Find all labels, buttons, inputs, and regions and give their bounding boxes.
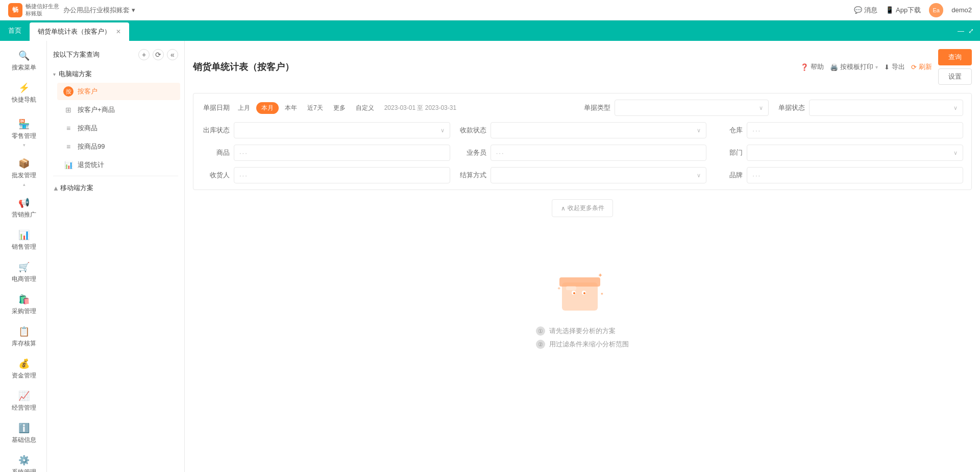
message-icon: 💬 <box>854 6 862 14</box>
settlement-control[interactable]: ∨ <box>491 167 707 183</box>
tab-home[interactable]: 首页 <box>0 20 30 41</box>
retail-label: 零售管理 <box>12 132 36 140</box>
sidebar-item-ops[interactable]: 📈 经营管理 <box>0 385 46 417</box>
sidebar-item-finance[interactable]: 💰 资金管理 <box>0 353 46 385</box>
filter-row-3: 商品 ··· 业务员 ··· 部门 <box>202 145 963 161</box>
sidebar: 🔍 搜索菜单 ⚡ 快捷导航 🏪 零售管理 ▾ 📦 批发管理 ▴ 📢 营销推广 <box>0 41 47 472</box>
settings-btn[interactable]: 设置 <box>938 68 972 85</box>
wholesale-icon: 📦 <box>18 158 30 169</box>
by-customer-goods-icon: ⊞ <box>63 105 74 115</box>
print-btn[interactable]: 🖨️ 按模板打印 ▾ <box>830 62 878 72</box>
goods-control[interactable]: ··· <box>234 145 450 161</box>
date-custom[interactable]: 自定义 <box>352 102 378 114</box>
svg-point-5 <box>573 292 575 294</box>
scheme-item-returns[interactable]: 📊 退货统计 <box>57 156 180 174</box>
export-btn[interactable]: ⬇ 导出 <box>884 62 905 72</box>
sidebar-item-retail[interactable]: 🏪 零售管理 ▾ <box>0 113 46 153</box>
panel-add-btn[interactable]: + <box>138 49 150 60</box>
receipt-status-label: 收款状态 <box>458 126 486 135</box>
brand-control[interactable]: ··· <box>747 167 963 183</box>
page-title-bar: 销货单统计表（按客户） ❓ 帮助 🖨️ 按模板打印 ▾ ⬇ 导出 <box>193 49 972 85</box>
finance-label: 资金管理 <box>12 371 36 380</box>
consignee-control[interactable]: ··· <box>234 167 450 183</box>
wholesale-arrow: ▴ <box>23 182 26 187</box>
date-this-year[interactable]: 本年 <box>281 102 301 114</box>
tab-actions: — ⤢ <box>958 27 980 35</box>
date-this-month[interactable]: 本月 <box>256 102 279 114</box>
user-avatar[interactable]: Ea <box>929 3 943 17</box>
sidebar-item-search-menu[interactable]: 🔍 搜索菜单 <box>0 45 46 77</box>
print-dropdown-arrow: ▾ <box>875 64 878 70</box>
collapse-more-btn[interactable]: ∧ 收起更多条件 <box>552 199 613 217</box>
scheme-item-by-customer-goods[interactable]: ⊞ 按客户+商品 <box>57 101 180 119</box>
page-actions: ❓ 帮助 🖨️ 按模板打印 ▾ ⬇ 导出 ⟳ 刷新 <box>800 49 972 85</box>
empty-state-illustration: ✦ ✦ ✦ <box>552 267 613 318</box>
main-layout: 🔍 搜索菜单 ⚡ 快捷导航 🏪 零售管理 ▾ 📦 批发管理 ▴ 📢 营销推广 <box>0 41 980 472</box>
sidebar-item-sys[interactable]: ⚙️ 系统管理 <box>0 450 46 472</box>
minimize-icon[interactable]: — <box>958 27 964 35</box>
query-btn[interactable]: 查询 <box>938 49 972 65</box>
sales-label: 销售管理 <box>12 243 36 251</box>
sidebar-item-marketing[interactable]: 📢 营销推广 <box>0 192 46 224</box>
filter-brand: 品牌 ··· <box>715 167 963 183</box>
industry-selector[interactable]: 办公用品行业模拟账套 ▾ <box>63 6 135 15</box>
panel-collapse-btn[interactable]: « <box>167 49 178 60</box>
empty-tip-1: ① 请先选择要分析的方案 <box>536 326 629 336</box>
filter-settlement: 结算方式 ∨ <box>458 167 707 183</box>
tab-close-btn[interactable]: ✕ <box>116 28 121 35</box>
warehouse-control[interactable]: ··· <box>747 122 963 138</box>
date-last-month[interactable]: 上月 <box>234 102 254 114</box>
receipt-status-control[interactable]: ∨ <box>491 122 707 138</box>
sidebar-item-basic-info[interactable]: ℹ️ 基础信息 <box>0 417 46 450</box>
user-name[interactable]: demo2 <box>951 6 972 14</box>
ops-icon: 📈 <box>18 390 30 402</box>
doc-status-control[interactable]: ∨ <box>809 100 963 116</box>
scheme-item-by-goods[interactable]: ≡ 按商品 <box>57 120 180 137</box>
filter-salesperson: 业务员 ··· <box>458 145 707 161</box>
tip-num-1: ① <box>536 326 545 336</box>
filter-consignee: 收货人 ··· <box>202 167 450 183</box>
sidebar-item-ecom[interactable]: 🛒 电商管理 <box>0 256 46 289</box>
by-goods-icon: ≡ <box>63 123 74 133</box>
salesperson-control[interactable]: ··· <box>491 145 707 161</box>
message-btn[interactable]: 💬 消息 <box>854 6 877 15</box>
panel-refresh-btn[interactable]: ⟳ <box>153 49 164 60</box>
wholesale-label: 批发管理 <box>12 171 36 180</box>
app-download-btn[interactable]: 📱 App下载 <box>886 6 921 15</box>
scheme-divider <box>53 176 178 176</box>
sidebar-item-inventory[interactable]: 📋 库存核算 <box>0 321 46 353</box>
home-tab-label: 首页 <box>8 26 21 35</box>
ops-label: 经营管理 <box>12 404 36 412</box>
refresh-btn[interactable]: ⟳ 刷新 <box>911 62 932 72</box>
out-status-control[interactable]: ∨ <box>234 122 450 138</box>
sys-icon: ⚙️ <box>18 455 30 466</box>
mobile-section-header[interactable]: ▶ 移动端方案 <box>47 180 184 196</box>
salesperson-label: 业务员 <box>458 148 486 157</box>
scheme-item-by-goods-99[interactable]: ≡ 按商品99 <box>57 138 180 155</box>
date-last-7days[interactable]: 近7天 <box>303 102 327 114</box>
scheme-item-by-customer-label: 按客户 <box>78 87 97 96</box>
sidebar-item-purchase[interactable]: 🛍️ 采购管理 <box>0 289 46 321</box>
tab-sales-stats[interactable]: 销货单统计表（按客户） ✕ <box>30 22 129 41</box>
filter-out-status: 出库状态 ∨ <box>202 122 450 138</box>
purchase-icon: 🛍️ <box>18 294 30 305</box>
date-more[interactable]: 更多 <box>329 102 350 114</box>
doc-status-arrow: ∨ <box>953 105 958 111</box>
sidebar-item-sales[interactable]: 📊 销售管理 <box>0 224 46 256</box>
svg-text:✦: ✦ <box>600 292 604 296</box>
filter-goods: 商品 ··· <box>202 145 450 161</box>
empty-state-svg: ✦ ✦ ✦ <box>552 267 613 318</box>
svg-text:✦: ✦ <box>598 272 603 279</box>
sidebar-item-quick-nav[interactable]: ⚡ 快捷导航 <box>0 77 46 109</box>
scheme-group-desktop-header[interactable]: ▾ 电脑端方案 <box>47 66 184 82</box>
content-area: 销货单统计表（按客户） ❓ 帮助 🖨️ 按模板打印 ▾ ⬇ 导出 <box>185 41 980 472</box>
help-btn[interactable]: ❓ 帮助 <box>800 62 824 72</box>
logo-area: 畅 畅捷信好生意 标账版 <box>8 3 59 17</box>
doc-type-control[interactable]: ∨ <box>615 100 769 116</box>
dept-control[interactable]: ∨ <box>747 145 963 161</box>
left-panel: 按以下方案查询 + ⟳ « ▾ 电脑端方案 <box>47 41 185 472</box>
svg-rect-1 <box>559 277 600 287</box>
scheme-item-by-customer[interactable]: 按 按客户 <box>57 83 180 100</box>
maximize-icon[interactable]: ⤢ <box>968 27 974 35</box>
sidebar-item-wholesale[interactable]: 📦 批发管理 ▴ <box>0 153 46 192</box>
